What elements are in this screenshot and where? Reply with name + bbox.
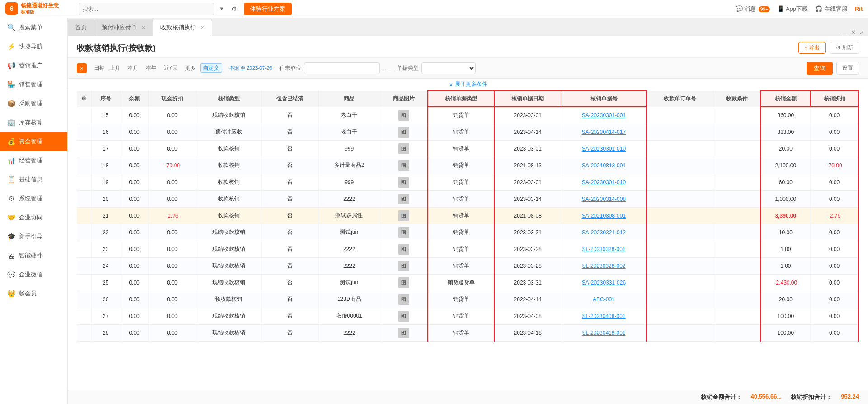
app-download-link[interactable]: 📱 App下载 (777, 5, 808, 13)
bill-no-link[interactable]: SA-20230314-008 (582, 196, 626, 202)
online-service-link[interactable]: 🎧 在线客服 (815, 5, 848, 13)
sidebar-item-8[interactable]: 📋基础信息 (0, 170, 67, 189)
bill-no-link[interactable]: SA-20230321-012 (582, 229, 626, 236)
td-goods: 老白干 (318, 124, 380, 140)
this-year-btn[interactable]: 本年 (143, 63, 159, 73)
td-cash-discount: 0.00 (149, 174, 196, 190)
sidebar-label-1: 快捷导航 (19, 43, 42, 51)
td-writeoff-discount: 0.00 (811, 124, 859, 140)
td-goods-image: 图 (380, 157, 428, 174)
dropdown-toggle[interactable]: ▼ (219, 5, 225, 12)
export-button[interactable]: ↑ 导出 (798, 42, 826, 54)
td-bill-no: SL-20230328-001 (561, 241, 647, 257)
bill-no-link[interactable]: SA-20230301-010 (582, 146, 626, 152)
filter-toggle[interactable]: » (77, 63, 87, 73)
bill-no-link[interactable]: SL-20230408-001 (582, 313, 625, 319)
td-receipt-terms (713, 107, 760, 124)
th-include-settled: 包含已结清 (262, 91, 318, 107)
tab-close-2[interactable]: ✕ (200, 25, 204, 31)
last7-btn[interactable]: 近7天 (161, 63, 180, 73)
sidebar-item-4[interactable]: 📦采购管理 (0, 94, 67, 113)
td-gear (77, 190, 91, 207)
td-gear (77, 174, 91, 190)
sidebar-item-14[interactable]: 👑畅会员 (0, 284, 67, 303)
th-bill-type: 核销单据类型 (428, 91, 494, 107)
tab-minimize-icon[interactable]: — (841, 29, 847, 36)
sidebar-item-6[interactable]: 💰资金管理 (0, 132, 67, 151)
tab-item-2[interactable]: 收款核销执行✕ (153, 20, 212, 36)
custom-date-btn[interactable]: 自定义 (200, 63, 222, 73)
sidebar-item-1[interactable]: ⚡快捷导航 (0, 37, 67, 56)
expand-filter-btn[interactable]: ∨ 展开更多条件 (449, 81, 487, 88)
td-balance: 0.00 (120, 157, 148, 174)
bill-no-link[interactable]: ABC-001 (593, 296, 615, 303)
bill-no-link[interactable]: SL-20230328-002 (582, 263, 625, 269)
bill-no-link[interactable]: SL-20230328-001 (582, 246, 625, 252)
gear-icon[interactable]: ⚙ (229, 4, 239, 14)
sidebar-item-10[interactable]: 🤝企业协同 (0, 208, 67, 227)
td-bill-no: SL-20230418-001 (561, 324, 647, 341)
sidebar-label-13: 企业微信 (19, 271, 42, 279)
sidebar-item-3[interactable]: 🏪销售管理 (0, 75, 67, 94)
td-writeoff-amount: -2,430.00 (761, 274, 811, 291)
bill-no-link[interactable]: SA-20230414-017 (582, 129, 626, 135)
order-type-select[interactable] (421, 62, 476, 74)
bill-no-link[interactable]: SA-20230301-001 (582, 112, 626, 119)
td-bill-date: 2021-08-08 (494, 207, 561, 224)
search-input[interactable] (79, 3, 214, 15)
sidebar-item-13[interactable]: 💬企业微信 (0, 265, 67, 284)
td-writeoff-discount: 0.00 (811, 241, 859, 257)
tab-item-1[interactable]: 预付冲应付单✕ (94, 19, 153, 36)
messages-link[interactable]: 💬 消息 99+ (736, 5, 770, 13)
td-writeoff-discount: 0.00 (811, 190, 859, 207)
query-button[interactable]: 查询 (807, 62, 833, 75)
sidebar-item-7[interactable]: 📊经营管理 (0, 151, 67, 170)
th-gear[interactable]: ⚙ (77, 91, 91, 107)
tab-item-0[interactable]: 首页 (68, 19, 94, 36)
td-bill-type: 销货单 (428, 291, 494, 308)
td-include-settled: 否 (262, 124, 318, 140)
sidebar-item-2[interactable]: 📢营销推广 (0, 56, 67, 75)
td-cash-discount: 0.00 (149, 224, 196, 241)
sidebar-item-11[interactable]: 🎓新手引导 (0, 227, 67, 246)
td-gear (77, 241, 91, 257)
trial-button[interactable]: 体验行业方案 (244, 3, 292, 15)
tab-expand-icon[interactable]: ⤢ (859, 29, 864, 36)
td-bill-type: 销货单 (428, 174, 494, 190)
table-footer: 核销金额合计： 40,556,66... 核销折扣合计： 952.24 (68, 390, 868, 404)
sidebar-icon-4: 📦 (7, 100, 15, 108)
td-gear (77, 107, 91, 124)
sidebar-item-12[interactable]: 🖨智能硬件 (0, 246, 67, 265)
bill-no-link[interactable]: SA-20230331-026 (582, 280, 626, 286)
td-bill-no: SA-20230301-010 (561, 174, 647, 190)
sidebar-icon-6: 💰 (7, 138, 15, 146)
sidebar-label-10: 企业协同 (19, 214, 42, 222)
refresh-button[interactable]: ↺ 刷新 (830, 42, 859, 54)
td-bill-type: 销货单 (428, 124, 494, 140)
chevron-down-icon: ∨ (449, 81, 453, 88)
more-date-btn[interactable]: 更多 (182, 63, 198, 73)
sidebar-item-5[interactable]: 🏢库存核算 (0, 113, 67, 132)
td-seq: 27 (91, 308, 120, 324)
td-receipt-terms (713, 291, 760, 308)
sidebar-item-9[interactable]: ⚙系统管理 (0, 189, 67, 208)
bill-no-link[interactable]: SA-20210813-001 (582, 162, 626, 169)
table-row: 28 0.00 0.00 现结收款核销 否 2222 图 销货单 2023-04… (77, 324, 859, 341)
partner-input[interactable] (304, 62, 380, 74)
td-include-settled: 否 (262, 308, 318, 324)
bill-no-link[interactable]: SL-20230418-001 (582, 330, 625, 336)
user-name[interactable]: Rit (855, 5, 863, 12)
bill-no-link[interactable]: SA-20230301-010 (582, 179, 626, 185)
last-month-btn[interactable]: 上月 (107, 63, 123, 73)
td-bill-type: 销货单 (428, 241, 494, 257)
sidebar-item-0[interactable]: 🔍搜索菜单 (0, 18, 67, 37)
tab-close-icon[interactable]: ✕ (851, 29, 856, 36)
bill-no-link[interactable]: SA-20210808-001 (582, 213, 626, 219)
td-writeoff-discount: 0.00 (811, 140, 859, 157)
td-bill-type: 销货单 (428, 324, 494, 341)
td-balance: 0.00 (120, 207, 148, 224)
setting-button[interactable]: 设置 (836, 62, 859, 75)
td-receipt-order-no (647, 308, 713, 324)
tab-close-1[interactable]: ✕ (142, 25, 146, 31)
this-month-btn[interactable]: 本月 (125, 63, 141, 73)
